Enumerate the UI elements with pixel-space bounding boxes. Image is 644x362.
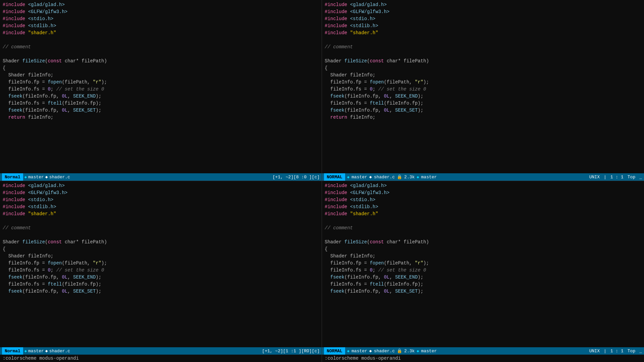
editor-grid: #include <glad/glad.h> #include <GLFW/gl… bbox=[0, 0, 644, 362]
scroll-2: Top bbox=[628, 175, 635, 180]
code-line: fileInfo.fs = 0; // set the size 0 bbox=[325, 86, 641, 93]
diamond-icon-4: ◆ bbox=[347, 349, 350, 354]
code-line: #include "shader.h" bbox=[3, 29, 319, 37]
code-line: return fileInfo; bbox=[325, 114, 641, 121]
code-line: #include "shader.h" bbox=[325, 29, 641, 37]
status-bar-3: Normal ◆ master ◆ shader.c [+1, ~2][1 :1… bbox=[0, 347, 322, 355]
code-line: { bbox=[325, 65, 641, 72]
code-line: Shader fileSize(const char* filePath) bbox=[3, 239, 319, 246]
filesize-2: 2.3k bbox=[404, 175, 415, 180]
code-line: #include <stdlib.h> bbox=[3, 22, 319, 29]
code-line: fileInfo.fs = ftell(fileInfo.fp); bbox=[325, 100, 641, 107]
code-line: #include <GLFW/glfw3.h> bbox=[325, 8, 641, 15]
code-line: fseek(fileInfo.fp, 0L, SEEK_SET); bbox=[3, 288, 319, 295]
code-area-4[interactable]: #include <glad/glad.h> #include <GLFW/gl… bbox=[322, 181, 644, 347]
status-info-1: [+1, ~2][8 :0 ][c] bbox=[273, 175, 320, 180]
lock-icon-4: 🔒 bbox=[397, 348, 402, 354]
filename-1: shader.c bbox=[49, 175, 70, 180]
code-line: return fileInfo; bbox=[3, 114, 319, 121]
code-line: fileInfo.fs = 0; // set the size 0 bbox=[3, 86, 319, 93]
diamond-icon-2: ◆ bbox=[347, 175, 350, 180]
code-line: #include <stdio.h> bbox=[325, 15, 641, 22]
code-line: #include <GLFW/glfw3.h> bbox=[3, 189, 319, 196]
diamond-icon-3: ◆ bbox=[24, 349, 27, 354]
code-line: fseek(fileInfo.fp, 0L, SEEK_END); bbox=[325, 274, 641, 281]
mode-indicator-3: Normal bbox=[2, 347, 23, 355]
underscore-4: _ bbox=[639, 349, 642, 354]
branch-name-2: master bbox=[352, 175, 367, 180]
command-line-4[interactable]: :colorscheme modus-operandi bbox=[322, 355, 644, 362]
code-line: fileInfo.fs = ftell(fileInfo.fp); bbox=[325, 281, 641, 288]
separator-4: ◆ bbox=[369, 348, 372, 354]
code-line: fseek(fileInfo.fp, 0L, SEEK_SET); bbox=[325, 288, 641, 295]
code-line bbox=[3, 37, 319, 44]
code-line: fileInfo.fp = fopen(filePath, "r"); bbox=[3, 79, 319, 86]
code-line bbox=[325, 37, 641, 44]
code-line: Shader fileInfo; bbox=[3, 253, 319, 260]
filename-3: shader.c bbox=[49, 349, 70, 354]
status-bar-4: NORMAL ◆ master ◆ shader.c 🔒 2.3k ◆ mast… bbox=[322, 347, 644, 355]
code-area-3[interactable]: #include <glad/glad.h> #include <GLFW/gl… bbox=[0, 181, 322, 347]
code-area-2[interactable]: #include <glad/glad.h> #include <GLFW/gl… bbox=[322, 0, 644, 173]
code-line: fileInfo.fp = fopen(filePath, "r"); bbox=[325, 79, 641, 86]
separator-3: ◆ bbox=[45, 348, 48, 354]
code-line: #include <glad/glad.h> bbox=[325, 1, 641, 8]
underscore-2: _ bbox=[639, 175, 642, 180]
code-line: fileInfo.fs = ftell(fileInfo.fp); bbox=[3, 281, 319, 288]
code-line: #include <stdio.h> bbox=[3, 15, 319, 22]
code-line bbox=[3, 218, 319, 225]
code-line: #include <stdio.h> bbox=[325, 196, 641, 203]
code-line: #include <glad/glad.h> bbox=[3, 1, 319, 8]
code-line: #include <stdlib.h> bbox=[3, 203, 319, 210]
command-text-3: :colorscheme modus-operandi bbox=[3, 356, 79, 361]
diamond-icon-4b: ◆ bbox=[417, 349, 419, 354]
code-line: #include <glad/glad.h> bbox=[325, 182, 641, 189]
code-line: // comment bbox=[3, 225, 319, 232]
code-line: fileInfo.fp = fopen(filePath, "r"); bbox=[325, 260, 641, 267]
code-line bbox=[3, 51, 319, 58]
status-bar-2: NORMAL ◆ master ◆ shader.c 🔒 2.3k ◆ mast… bbox=[322, 173, 644, 181]
code-line: fileInfo.fs = 0; // set the size 0 bbox=[325, 267, 641, 274]
scroll-4: Top bbox=[628, 349, 635, 354]
code-line: fileInfo.fs = ftell(fileInfo.fp); bbox=[3, 100, 319, 107]
code-line: #include "shader.h" bbox=[3, 210, 319, 218]
unix-label-4: UNIX bbox=[589, 349, 600, 354]
code-line: Shader fileInfo; bbox=[325, 72, 641, 79]
branch-name-3: master bbox=[28, 349, 44, 354]
position-2: 1 : 1 bbox=[610, 175, 624, 180]
command-line-3[interactable]: :colorscheme modus-operandi bbox=[0, 355, 322, 362]
mode-indicator-4: NORMAL bbox=[324, 347, 345, 355]
code-line: #include "shader.h" bbox=[325, 210, 641, 218]
code-line: fseek(fileInfo.fp, 0L, SEEK_END); bbox=[325, 93, 641, 100]
separator-2: ◆ bbox=[369, 174, 372, 180]
code-area-1[interactable]: #include <glad/glad.h> #include <GLFW/gl… bbox=[0, 0, 322, 173]
unix-label-2: UNIX bbox=[589, 175, 600, 180]
code-line bbox=[3, 232, 319, 239]
divider-4: | bbox=[604, 349, 606, 354]
separator-1: ◆ bbox=[45, 174, 48, 180]
code-line: #include <stdlib.h> bbox=[325, 203, 641, 210]
branch-name-2b: master bbox=[421, 175, 437, 180]
code-line: #include <glad/glad.h> bbox=[3, 182, 319, 189]
code-line: fseek(fileInfo.fp, 0L, SEEK_END); bbox=[3, 93, 319, 100]
code-line: #include <GLFW/glfw3.h> bbox=[325, 189, 641, 196]
code-line: fseek(fileInfo.fp, 0L, SEEK_END); bbox=[3, 274, 319, 281]
branch-name-4: master bbox=[352, 349, 367, 354]
filename-2: shader.c bbox=[374, 175, 395, 180]
divider-2: | bbox=[604, 175, 606, 180]
pane-bottom-right: #include <glad/glad.h> #include <GLFW/gl… bbox=[322, 181, 644, 362]
pane-top-right: #include <glad/glad.h> #include <GLFW/gl… bbox=[322, 0, 644, 181]
code-line: Shader fileSize(const char* filePath) bbox=[3, 58, 319, 65]
code-line: fileInfo.fs = 0; // set the size 0 bbox=[3, 267, 319, 274]
code-line: Shader fileInfo; bbox=[3, 72, 319, 79]
diamond-icon-2b: ◆ bbox=[417, 175, 419, 180]
code-line: // comment bbox=[325, 225, 641, 232]
code-line: #include <stdio.h> bbox=[3, 196, 319, 203]
code-line: #include <stdlib.h> bbox=[325, 22, 641, 29]
code-line: // comment bbox=[325, 44, 641, 51]
code-line: // comment bbox=[3, 44, 319, 51]
code-line bbox=[325, 232, 641, 239]
branch-name-1: master bbox=[28, 175, 44, 180]
status-info-3: [+1, ~2][1 :1 ][RO][c] bbox=[262, 349, 320, 354]
status-bar-1: Normal ◆ master ◆ shader.c [+1, ~2][8 :0… bbox=[0, 173, 322, 181]
